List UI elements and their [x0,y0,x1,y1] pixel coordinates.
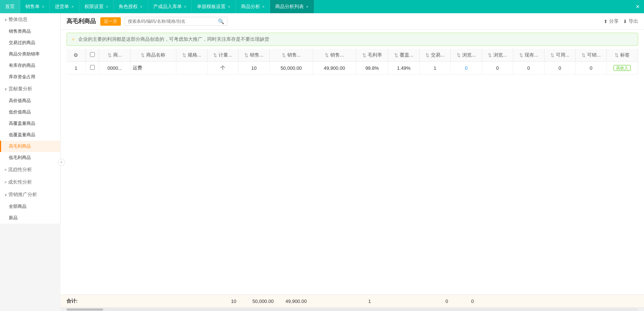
scrollbar-thumb[interactable] [66,308,103,311]
sidebar-item-1-2[interactable]: 高覆盖量商品 [0,118,60,129]
col-resizer-2[interactable]: ⇅ [108,53,112,58]
col-header-3[interactable]: ⇅商品名称 [130,49,176,62]
search-input[interactable] [128,19,218,24]
col-header-16[interactable]: ⇅可销... [575,49,607,62]
col-header-14[interactable]: ⇅现有... [513,49,544,62]
footer-transaction: 1 [357,299,382,304]
sidebar-item-1-0[interactable]: 高价值商品 [0,95,60,106]
sidebar-item-0-3[interactable]: 有库存的商品 [0,60,60,71]
col-label-11: 交易... [431,52,445,58]
sidebar-group-3[interactable]: >成长性分析 [0,176,60,188]
row-browse1[interactable]: 0 [451,62,482,75]
col-resizer-14[interactable]: ⇅ [519,53,523,58]
sidebar-group-4[interactable]: ∨营销推广分析 [0,188,60,201]
nav-close-icon-5[interactable]: × [184,4,186,9]
col-resizer-13[interactable]: ⇅ [488,53,492,58]
time-filter-button[interactable]: 近一月 [100,17,121,26]
col-header-1 [86,49,99,62]
sidebar-group-0[interactable]: ∨整体信息 [0,13,60,26]
row-available: 0 [544,62,575,75]
col-resizer-4[interactable]: ⇅ [182,53,186,58]
data-table: ⚙⇅商...⇅商品名称⇅规格...⇅计量...⇅销售...⇅销售...⇅销售..… [66,49,638,75]
nav-item-4[interactable]: 角色授权× [114,0,148,13]
col-resizer-12[interactable]: ⇅ [457,53,461,58]
col-header-9[interactable]: ⇅毛利率 [356,49,388,62]
col-header-13[interactable]: ⇅浏览... [482,49,513,62]
col-resizer-9[interactable]: ⇅ [362,53,366,58]
sidebar-item-1-1[interactable]: 低价值商品 [0,106,60,118]
nav-item-3[interactable]: 权限设置× [79,0,114,13]
sidebar-toggle-button[interactable]: « [58,159,65,166]
col-label-14: 现有... [525,52,538,58]
sidebar-item-1-4[interactable]: 高毛利商品 [0,141,60,152]
nav-close-icon-4[interactable]: × [140,4,142,9]
nav-item-6[interactable]: 单据模板设置× [192,0,235,13]
col-header-10[interactable]: ⇅覆盖... [388,49,420,62]
nav-close-icon-1[interactable]: × [42,4,44,9]
nav-item-2[interactable]: 进货单× [50,0,79,13]
nav-close-icon-3[interactable]: × [106,4,108,9]
col-resizer-15[interactable]: ⇅ [550,53,554,58]
footer-current: 0 [434,299,460,304]
col-header-15[interactable]: ⇅可用... [544,49,575,62]
search-icon[interactable]: 🔍 [218,18,224,24]
settings-icon[interactable]: ⚙ [73,52,78,58]
col-header-12[interactable]: ⇅浏览... [451,49,482,62]
sidebar-group-1[interactable]: ∨贡献量分析 [0,83,60,95]
col-resizer-11[interactable]: ⇅ [425,53,429,58]
sidebar-group-label-2: 流趋性分析 [8,166,32,173]
col-header-4[interactable]: ⇅规格... [176,49,207,62]
row-tag-badge: 高收入 [614,65,631,71]
sidebar-group-arrow-2: > [4,168,7,172]
nav-close-icon-6[interactable]: × [228,4,230,9]
row-link-0[interactable]: 0 [465,65,467,71]
select-all-checkbox[interactable] [90,52,95,57]
nav-close-icon-7[interactable]: × [262,4,265,9]
col-resizer-3[interactable]: ⇅ [141,53,145,58]
sidebar-item-0-4[interactable]: 库存资金占用 [0,71,60,83]
col-resizer-16[interactable]: ⇅ [582,53,586,58]
row-checkbox-input[interactable] [90,65,95,70]
sidebar-item-0-1[interactable]: 交易过的商品 [0,37,60,48]
row-current: 0 [513,62,544,75]
share-button[interactable]: ⬆ 分享 [604,18,619,25]
sidebar-item-0-2[interactable]: 商品分类助销率 [0,48,60,60]
horizontal-scrollbar[interactable] [61,307,644,311]
col-label-15: 可用... [556,52,569,58]
nav-item-5[interactable]: 产成品入库单× [148,0,192,13]
sidebar-group-2[interactable]: >流趋性分析 [0,163,60,176]
nav-item-0[interactable]: 首页 [0,0,20,13]
sidebar-group-arrow-4: ∨ [4,193,7,197]
nav-item-8[interactable]: 商品分析列表× [270,0,314,13]
sidebar-item-0-0[interactable]: 销售类商品 [0,26,60,37]
sidebar-item-4-0[interactable]: 全部商品 [0,201,60,212]
col-header-17[interactable]: ⇅标签 [607,49,638,62]
nav-item-7[interactable]: 商品分析× [236,0,270,13]
nav-close-icon-8[interactable]: × [306,4,308,9]
col-label-16: 可销... [587,52,601,58]
sidebar-item-4-1[interactable]: 新品 [0,212,60,224]
notice-text: 企业的主要的利润都是这部分商品创造的，可考虑加大推广，同时关注库存是不要出现缺货 [78,36,269,43]
col-resizer-8[interactable]: ⇅ [325,53,329,58]
col-header-8[interactable]: ⇅销售... [313,49,356,62]
col-resizer-5[interactable]: ⇅ [213,53,217,58]
col-header-5[interactable]: ⇅计量... [207,49,238,62]
col-resizer-6[interactable]: ⇅ [244,53,248,58]
col-resizer-17[interactable]: ⇅ [615,53,619,58]
sidebar-group-label-1: 贡献量分析 [8,86,32,92]
col-header-7[interactable]: ⇅销售... [270,49,313,62]
col-resizer-7[interactable]: ⇅ [282,53,286,58]
col-header-6[interactable]: ⇅销售... [238,49,270,62]
sidebar-item-1-3[interactable]: 低覆盖量商品 [0,129,60,141]
col-header-11[interactable]: ⇅交易... [420,49,451,62]
nav-item-1[interactable]: 销售单× [20,0,50,13]
col-header-2[interactable]: ⇅商... [99,49,130,62]
sidebar-item-1-5[interactable]: 低毛利商品 [0,152,60,163]
export-button[interactable]: ⬇ 导出 [623,18,638,25]
nav-close-icon-2[interactable]: × [71,4,73,9]
row-name: 运费 [130,62,176,75]
row-unit: 个 [207,62,238,75]
row-checkbox[interactable] [86,62,99,75]
col-resizer-10[interactable]: ⇅ [394,53,398,58]
close-all-button[interactable]: × [631,0,644,13]
